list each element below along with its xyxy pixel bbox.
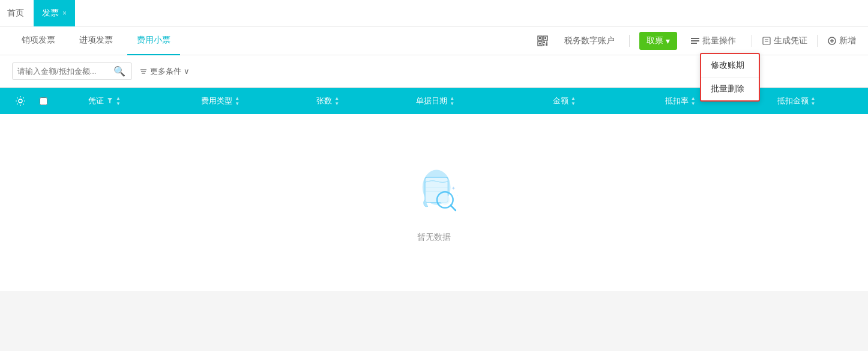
invoice-tab-label: 发票 (42, 8, 59, 19)
empty-state: ✦ · · 暂无数据 (0, 114, 868, 291)
tab-expense-receipt[interactable]: 费用小票 (127, 26, 180, 55)
svg-rect-11 (691, 40, 699, 41)
search-input[interactable] (17, 67, 113, 76)
svg-text:·: · (457, 194, 458, 198)
svg-rect-9 (546, 43, 547, 46)
voucher-sort[interactable]: ▲▼ (116, 96, 121, 106)
batch-ops-icon (690, 36, 700, 46)
empty-state-illustration: ✦ · · (404, 162, 464, 222)
date-sort[interactable]: ▲▼ (450, 96, 454, 106)
svg-rect-10 (691, 38, 699, 39)
invoice-tab[interactable]: 发票 × (34, 0, 75, 26)
svg-rect-13 (763, 37, 770, 44)
batch-ops-dropdown: 修改账期 批量删除 (700, 53, 760, 102)
divider-1 (629, 35, 630, 47)
batch-ops-label: 批量操作 (702, 35, 736, 46)
tab-sales-invoice[interactable]: 销项发票 (12, 26, 65, 55)
take-invoice-label: 取票 (646, 35, 663, 46)
th-settings[interactable] (7, 96, 34, 106)
svg-point-22 (19, 99, 22, 103)
more-conditions-label: 更多条件 (150, 66, 181, 77)
qr-icon (537, 35, 549, 47)
tax-account-button[interactable]: 税务数字账户 (559, 35, 619, 46)
home-tab[interactable]: 首页 (7, 8, 34, 19)
th-voucher[interactable]: 凭证 ▲▼ (53, 96, 156, 106)
amount-sort[interactable]: ▲▼ (571, 96, 576, 106)
batch-delete-item[interactable]: 批量删除 (701, 77, 759, 100)
take-invoice-arrow: ▾ (666, 36, 670, 46)
top-navigation: 首页 发票 × (0, 0, 868, 26)
modify-period-item[interactable]: 修改账期 (701, 54, 759, 77)
svg-rect-7 (546, 41, 547, 43)
divider-2 (752, 35, 752, 47)
more-conditions-button[interactable]: 更多条件 ∨ (139, 66, 190, 77)
svg-line-27 (451, 206, 456, 210)
svg-rect-8 (543, 44, 544, 46)
th-expense-type[interactable]: 费用类型 ▲▼ (156, 96, 285, 106)
expense-sort[interactable]: ▲▼ (235, 96, 240, 106)
th-count[interactable]: 张数 ▲▼ (285, 96, 371, 106)
qr-code-button[interactable] (533, 31, 552, 50)
svg-rect-1 (539, 37, 541, 39)
generate-voucher-label: 生成凭证 (774, 35, 807, 46)
svg-rect-6 (543, 41, 545, 43)
new-button-label: 新增 (839, 35, 856, 46)
invoice-tab-close[interactable]: × (62, 9, 67, 17)
content-area: 凭证 ▲▼ 费用类型 ▲▼ 张数 ▲▼ 单据日期 ▲▼ (0, 88, 868, 291)
select-all-checkbox[interactable] (40, 97, 47, 105)
voucher-icon (762, 36, 771, 46)
deduct-rate-sort[interactable]: ▲▼ (691, 96, 696, 106)
deduct-amount-sort[interactable]: ▲▼ (811, 96, 816, 106)
plus-circle-icon (827, 36, 837, 46)
th-amount[interactable]: 金额 ▲▼ (500, 96, 629, 106)
take-invoice-button[interactable]: 取票 ▾ (639, 32, 677, 50)
sub-tabs-bar: 销项发票 进项发票 费用小票 税务数字账户 取票 ▾ (0, 26, 868, 55)
more-conditions-arrow: ∨ (184, 67, 190, 76)
search-input-wrap[interactable]: 🔍 (12, 63, 132, 80)
th-date[interactable]: 单据日期 ▲▼ (371, 96, 500, 106)
empty-state-text: 暂无数据 (417, 232, 451, 243)
search-icon[interactable]: 🔍 (113, 66, 125, 77)
settings-icon (15, 96, 26, 106)
svg-point-26 (440, 195, 450, 205)
batch-ops-button[interactable]: 批量操作 (684, 32, 742, 50)
divider-3 (817, 35, 818, 47)
new-button[interactable]: 新增 (827, 35, 856, 46)
tab-purchase-invoice[interactable]: 进项发票 (70, 26, 122, 55)
svg-text:·: · (454, 191, 454, 194)
action-buttons-area: 税务数字账户 取票 ▾ 批量操作 生成凭证 (533, 31, 856, 50)
voucher-filter-icon (106, 97, 113, 105)
generate-voucher-button[interactable]: 生成凭证 (762, 35, 807, 46)
svg-rect-5 (539, 43, 541, 44)
filter-icon (139, 67, 148, 76)
count-sort[interactable]: ▲▼ (334, 96, 339, 106)
svg-rect-12 (691, 43, 697, 44)
th-checkbox[interactable] (34, 97, 53, 105)
svg-rect-3 (544, 37, 546, 39)
